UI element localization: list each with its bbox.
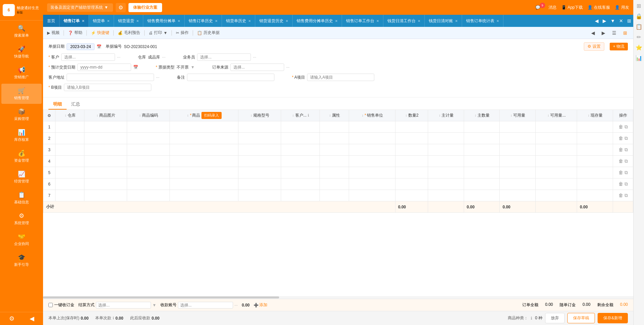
a-project-input[interactable] [307, 74, 374, 81]
sidebar-item-1[interactable]: 🚀 快捷导航 [1, 42, 42, 62]
row-product-4[interactable] [169, 167, 238, 178]
row-delete-0[interactable]: 🗑 [618, 124, 623, 130]
row-attr-2[interactable] [320, 144, 349, 156]
right-panel-icon-3[interactable]: 📋 [636, 24, 642, 30]
row-available2-6[interactable] [535, 190, 577, 201]
row-qty2-6[interactable] [395, 190, 428, 201]
row-unit-3[interactable] [349, 156, 395, 167]
payment-method-input[interactable] [96, 302, 151, 309]
row-main-qty-3[interactable] [464, 156, 500, 167]
notification-item[interactable]: 💬 9 消息 [535, 5, 557, 10]
row-product-0[interactable] [169, 121, 238, 133]
table-row[interactable]: 7 🗑 ⧉ [43, 190, 633, 201]
save-draft-button[interactable]: 保存草稿 [567, 313, 595, 323]
row-customer-code-5[interactable] [281, 178, 320, 190]
sidebar-item-0[interactable]: 🔍 搜索菜单 [1, 21, 42, 41]
sidebar-item-7[interactable]: 📈 经营管理 [1, 167, 42, 187]
row-available-0[interactable] [500, 121, 536, 133]
row-warehouse-5[interactable] [55, 178, 84, 190]
row-unit-5[interactable] [349, 178, 395, 190]
row-product-6[interactable] [169, 190, 238, 201]
right-panel-icon-1[interactable]: ⊞ [637, 3, 641, 9]
app-download-item[interactable]: 📱 App下载 [561, 5, 583, 10]
row-warehouse-2[interactable] [55, 144, 84, 156]
row-available2-5[interactable] [535, 178, 577, 190]
row-spec-5[interactable] [238, 178, 281, 190]
tab-item-5[interactable]: 销售订单历史✕ [185, 15, 222, 27]
row-qty2-4[interactable] [395, 167, 428, 178]
current-save-info-icon[interactable]: ℹ [113, 316, 114, 320]
tab-close-btn[interactable]: ✕ [617, 15, 625, 27]
save-new-button[interactable]: 保存&新增 [598, 313, 628, 323]
row-code-2[interactable] [127, 144, 170, 156]
row-product-1[interactable] [169, 133, 238, 144]
tab-item-12[interactable]: 销售订单统计表✕ [462, 15, 503, 27]
tab-close-6[interactable]: ✕ [248, 19, 251, 23]
row-current-2[interactable] [577, 144, 613, 156]
row-qty2-2[interactable] [395, 144, 428, 156]
order-source-input[interactable] [230, 64, 284, 71]
industry-btn[interactable]: 体验行业方案 [128, 3, 162, 12]
tab-close-9[interactable]: ✕ [376, 19, 379, 23]
row-qty2-3[interactable] [395, 156, 428, 167]
row-image-6[interactable] [84, 190, 127, 201]
salesperson-input[interactable] [197, 53, 251, 61]
right-panel-icon-2[interactable]: 🔒 [636, 13, 642, 19]
invoice-value[interactable]: 不开票 [177, 65, 189, 70]
salesperson-dots[interactable]: ··· [253, 55, 256, 59]
row-product-2[interactable] [169, 144, 238, 156]
tab-close-1[interactable]: ✕ [82, 19, 84, 23]
row-available2-4[interactable] [535, 167, 577, 178]
address-input[interactable] [67, 74, 154, 81]
action-profit[interactable]: 💰 毛利预告 [118, 30, 140, 36]
tab-item-3[interactable]: 销货退货✕ [114, 15, 143, 27]
sidebar-item-6[interactable]: 💰 资金管理 [1, 146, 42, 166]
right-panel-icon-5[interactable]: ⭐ [636, 44, 642, 51]
sidebar-item-2[interactable]: 📢 营销推广 [1, 63, 42, 83]
row-image-1[interactable] [84, 133, 127, 144]
topbar-settings-button[interactable]: ⚙ [116, 3, 126, 12]
tab-detail[interactable]: 明细 [48, 99, 67, 110]
row-copy-1[interactable]: ⧉ [624, 135, 628, 141]
remarks-input[interactable] [187, 74, 274, 81]
row-attr-5[interactable] [320, 178, 349, 190]
row-spec-0[interactable] [238, 121, 281, 133]
row-warehouse-1[interactable] [55, 133, 84, 144]
sidebar-item-9[interactable]: ⚙ 系统管理 [1, 209, 42, 229]
action-prev-btn[interactable]: ◀ [589, 28, 597, 38]
row-available-2[interactable] [500, 144, 536, 156]
tab-item-1[interactable]: 销售订单✕ [60, 15, 89, 27]
row-main-qty-1[interactable] [464, 133, 500, 144]
row-spec-3[interactable] [238, 156, 281, 167]
table-row[interactable]: 1 🗑 ⧉ [43, 121, 633, 133]
calendar-icon[interactable]: 📅 [97, 44, 102, 49]
tab-item-4[interactable]: 销售费用分摊单✕ [143, 15, 185, 27]
sidebar-item-3[interactable]: 🛒 销售管理 [1, 84, 42, 104]
row-code-0[interactable] [127, 121, 170, 133]
row-image-4[interactable] [84, 167, 127, 178]
row-unit-6[interactable] [349, 190, 395, 201]
table-row[interactable]: 6 🗑 ⧉ [43, 178, 633, 190]
row-delete-3[interactable]: 🗑 [618, 158, 623, 164]
row-delete-1[interactable]: 🗑 [618, 135, 623, 141]
row-warehouse-3[interactable] [55, 156, 84, 167]
row-spec-4[interactable] [238, 167, 281, 178]
action-shortcut[interactable]: ⚡ 快捷键 [91, 30, 109, 36]
tab-item-7[interactable]: 销货退货历史✕ [255, 15, 293, 27]
row-customer-code-2[interactable] [281, 144, 320, 156]
tab-item-9[interactable]: 销售订单工作台✕ [342, 15, 383, 27]
row-delete-5[interactable]: 🗑 [618, 181, 623, 187]
receipt-no-input[interactable] [178, 302, 233, 309]
sidebar-item-4[interactable]: 📦 采购管理 [1, 105, 42, 125]
tab-item-6[interactable]: 销货单历史✕ [222, 15, 255, 27]
row-copy-6[interactable]: ⧉ [624, 193, 628, 198]
tab-close-3[interactable]: ✕ [136, 19, 139, 23]
row-spec-2[interactable] [238, 144, 281, 156]
horizontal-scrollbar[interactable] [43, 296, 633, 299]
row-customer-code-6[interactable] [281, 190, 320, 201]
tab-close-11[interactable]: ✕ [455, 19, 458, 23]
sidebar-item-10[interactable]: 🤝 企业协同 [1, 230, 42, 250]
row-image-3[interactable] [84, 156, 127, 167]
row-available2-1[interactable] [535, 133, 577, 144]
row-available2-2[interactable] [535, 144, 577, 156]
